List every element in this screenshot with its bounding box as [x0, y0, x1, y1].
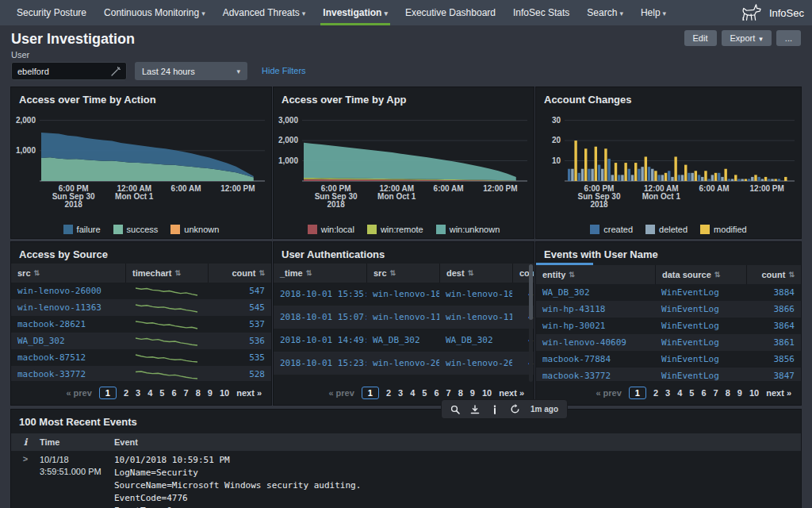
nav-item-executive-dashboard[interactable]: Executive Dashboard — [396, 0, 504, 25]
column-header-count[interactable]: count⇅ — [746, 265, 801, 284]
cell-count[interactable]: 3864 — [746, 321, 801, 331]
cell-dest[interactable]: win-lenovo-11363 — [439, 312, 512, 322]
cell-source[interactable]: WinEventLog — [655, 354, 746, 364]
refresh-icon[interactable] — [510, 404, 520, 414]
pagination-page-2[interactable]: 2 — [124, 388, 128, 398]
pagination-page-3[interactable]: 3 — [665, 388, 670, 398]
sparkline-cell[interactable] — [125, 286, 208, 297]
pagination-page-5[interactable]: 5 — [159, 388, 164, 398]
cell-src[interactable]: macbook-33772 — [11, 369, 125, 379]
column-header--time[interactable]: _time⇅ — [274, 264, 366, 283]
cell-count[interactable]: 3861 — [746, 337, 801, 348]
cell-count[interactable]: 3856 — [746, 354, 801, 364]
pagination-page-4[interactable]: 4 — [677, 388, 682, 398]
pagination-page-6[interactable]: 6 — [701, 388, 706, 398]
bar-chart-account-changes[interactable]: 1020306:00 PMSun Sep 30201812:00 AMMon O… — [536, 108, 801, 214]
cell-entity[interactable]: WA_DB_302 — [536, 287, 655, 298]
pagination-page-9[interactable]: 9 — [737, 388, 742, 398]
cell-src[interactable]: win-lenovo-11363 — [11, 302, 125, 313]
cell-count[interactable]: 535 — [208, 352, 271, 363]
events-time-column-header[interactable]: Time — [40, 437, 114, 447]
sparkline-cell[interactable] — [125, 336, 208, 347]
hide-filters-link[interactable]: Hide Filters — [262, 66, 306, 75]
cell-count[interactable]: 3884 — [746, 287, 801, 298]
cell-src[interactable]: WA_DB_302 — [366, 335, 439, 345]
cell-source[interactable]: WinEventLog — [655, 371, 746, 381]
column-header-entity[interactable]: entity⇅ — [536, 265, 655, 284]
column-header-src[interactable]: src⇅ — [11, 264, 125, 283]
nav-item-help[interactable]: Help▾ — [632, 0, 675, 25]
cell-_time[interactable]: 2018-10-01 14:49:41 — [274, 335, 366, 345]
cell-count[interactable]: 547 — [208, 286, 271, 296]
pagination-page-10[interactable]: 10 — [220, 388, 229, 398]
pagination-page-3[interactable]: 3 — [136, 388, 140, 398]
cell-source[interactable]: WinEventLog — [655, 321, 746, 331]
pagination-page-4[interactable]: 4 — [410, 388, 415, 398]
cell-count[interactable]: 528 — [208, 369, 271, 379]
cell-entity[interactable]: macbook-33772 — [536, 371, 655, 381]
pagination-page-6[interactable]: 6 — [171, 388, 176, 398]
cell-count[interactable]: 536 — [208, 336, 271, 346]
edit-button[interactable]: Edit — [684, 30, 717, 46]
pagination-page-8[interactable]: 8 — [458, 388, 463, 398]
pagination-page-1[interactable]: 1 — [362, 387, 379, 399]
nav-item-advanced-threats[interactable]: Advanced Threats▾ — [214, 0, 315, 25]
cell-count[interactable]: 545 — [208, 302, 271, 313]
pagination-page-7[interactable]: 7 — [714, 388, 718, 398]
area-chart-access-by-action[interactable]: 1,0002,0006:00 PMSun Sep 30201812:00 AMM… — [11, 108, 271, 214]
pagination-page-1[interactable]: 1 — [99, 387, 117, 399]
scrollbar[interactable] — [529, 264, 533, 382]
pagination-page-4[interactable]: 4 — [147, 388, 152, 398]
pagination-page-2[interactable]: 2 — [386, 388, 391, 398]
cell-dest[interactable]: WA_DB_302 — [439, 335, 512, 345]
pagination-prev[interactable]: « prev — [66, 388, 91, 398]
pagination-page-5[interactable]: 5 — [422, 388, 427, 398]
cell-dest[interactable]: win-lenovo-26000 — [439, 358, 512, 368]
pagination-next[interactable]: next » — [766, 388, 791, 398]
cell-_time[interactable]: 2018-10-01 15:35:02 — [274, 289, 366, 299]
cell-src[interactable]: win-lenovo-26000 — [11, 286, 125, 296]
pagination-page-2[interactable]: 2 — [653, 388, 658, 398]
info-icon[interactable] — [490, 405, 500, 414]
more-button[interactable]: ... — [776, 30, 801, 46]
column-header-data-source[interactable]: data source⇅ — [655, 265, 746, 284]
download-icon[interactable] — [470, 405, 480, 414]
pagination-prev[interactable]: « prev — [328, 388, 354, 398]
cell-count[interactable]: 3847 — [746, 371, 801, 381]
cell-entity[interactable]: win-lenovo-40609 — [536, 337, 655, 348]
cell-src[interactable]: win-lenovo-11363 — [366, 312, 439, 322]
cell-src[interactable]: WA_DB_302 — [11, 336, 125, 346]
cell-src[interactable]: macbook-87512 — [11, 352, 125, 363]
sparkline-cell[interactable] — [125, 352, 208, 364]
cell-source[interactable]: WinEventLog — [655, 304, 746, 314]
sparkline-cell[interactable] — [125, 302, 208, 314]
cell-source[interactable]: WinEventLog — [655, 337, 746, 348]
sparkline-cell[interactable] — [125, 369, 208, 380]
cell-count[interactable]: 3866 — [746, 304, 801, 314]
pagination-page-1[interactable]: 1 — [629, 387, 646, 399]
pagination-page-5[interactable]: 5 — [689, 388, 694, 398]
nav-item-infosec-stats[interactable]: InfoSec Stats — [504, 0, 578, 25]
pagination-page-7[interactable]: 7 — [446, 388, 451, 398]
nav-item-search[interactable]: Search▾ — [578, 0, 632, 25]
wand-icon[interactable] — [111, 67, 121, 76]
column-header-timechart[interactable]: timechart⇅ — [125, 264, 208, 283]
nav-item-investigation[interactable]: Investigation▾ — [314, 0, 396, 25]
column-header-src[interactable]: src⇅ — [366, 264, 439, 283]
pagination-page-8[interactable]: 8 — [196, 388, 201, 398]
pagination-page-10[interactable]: 10 — [749, 388, 759, 398]
nav-item-security-posture[interactable]: Security Posture — [8, 0, 95, 25]
cell-source[interactable]: WinEventLog — [655, 287, 746, 298]
column-header-dest[interactable]: dest⇅ — [439, 264, 512, 283]
export-button[interactable]: Export▾ — [722, 30, 772, 46]
pagination-page-9[interactable]: 9 — [470, 388, 475, 398]
time-range-select[interactable]: Last 24 hours ▾ — [135, 62, 247, 80]
pagination-page-8[interactable]: 8 — [726, 388, 730, 398]
cell-_time[interactable]: 2018-10-01 15:23:31 — [274, 358, 366, 368]
sparkline-cell[interactable] — [125, 319, 208, 330]
pagination-prev[interactable]: « prev — [596, 388, 621, 398]
cell-count[interactable]: 537 — [208, 319, 271, 329]
cell-src[interactable]: macbook-28621 — [11, 319, 125, 329]
cell-_time[interactable]: 2018-10-01 15:07:48 — [274, 312, 366, 322]
cell-entity[interactable]: win-hp-30021 — [536, 321, 655, 331]
